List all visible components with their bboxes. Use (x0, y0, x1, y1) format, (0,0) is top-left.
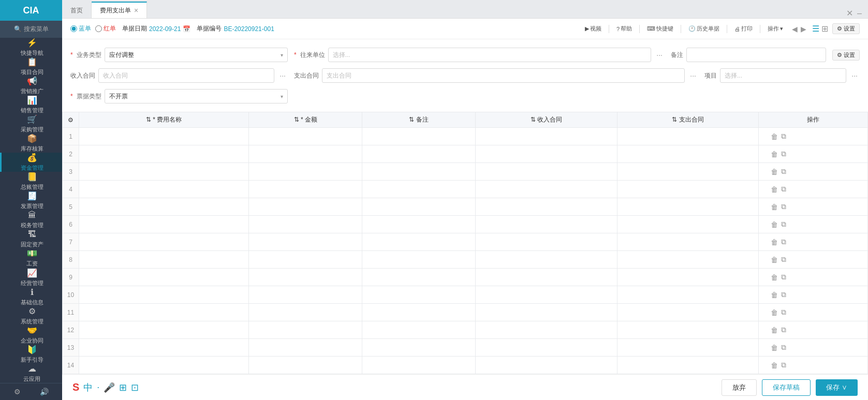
history-btn[interactable]: 🕐 历史单据 (685, 24, 723, 34)
sidebar-item-accounting[interactable]: 📒 总账管理 (0, 172, 62, 191)
radio-blue-input[interactable] (70, 25, 77, 32)
sidebar-item-fixed-assets[interactable]: 🏗 固定资产 (0, 229, 62, 248)
help-btn[interactable]: ? 帮助 (613, 24, 635, 34)
invoice-type-select[interactable]: 不开票 ▾ (105, 89, 288, 103)
income-contract-cell[interactable] (476, 304, 617, 321)
income-contract-cell[interactable] (476, 269, 617, 286)
table-settings-icon[interactable]: ⚙ (68, 116, 73, 124)
income-contract-dots[interactable]: ··· (277, 71, 288, 80)
income-contract-cell[interactable] (476, 357, 617, 374)
income-contract-cell[interactable] (476, 198, 617, 216)
copy-row-icon[interactable]: ⧉ (781, 361, 786, 369)
expense-name-cell[interactable] (79, 286, 249, 304)
window-close-btn[interactable]: ✕ (844, 8, 855, 18)
copy-row-icon[interactable]: ⧉ (781, 273, 786, 282)
radio-blue[interactable]: 蓝单 (70, 24, 91, 33)
amount-cell[interactable] (249, 251, 362, 269)
note-cell[interactable] (362, 198, 476, 216)
delete-row-icon[interactable]: 🗑 (771, 344, 778, 352)
expense-name-cell[interactable] (79, 128, 249, 145)
sidebar-item-cloud[interactable]: ☁ 云应用 (0, 364, 62, 383)
copy-row-icon[interactable]: ⧉ (781, 290, 786, 299)
date-value[interactable]: 2022-09-21 (149, 25, 181, 33)
sidebar-item-inventory[interactable]: 📦 库存核算 (0, 134, 62, 153)
amount-cell[interactable] (249, 233, 362, 251)
print-btn[interactable]: 🖨 打印 (731, 24, 756, 34)
sidebar-item-system[interactable]: ⚙ 系统管理 (0, 306, 62, 325)
window-minimize-btn[interactable]: – (855, 9, 864, 18)
tab-expense-close[interactable]: × (134, 6, 138, 14)
expense-name-cell[interactable] (79, 321, 249, 339)
partner-dots[interactable]: ··· (654, 51, 665, 59)
delete-row-icon[interactable]: 🗑 (771, 185, 778, 194)
delete-row-icon[interactable]: 🗑 (771, 273, 778, 282)
expense-contract-cell[interactable] (617, 339, 759, 357)
amount-cell[interactable] (249, 321, 362, 339)
volume-icon[interactable]: 🔊 (40, 388, 49, 396)
expense-name-cell[interactable] (79, 233, 249, 251)
note-cell[interactable] (362, 233, 476, 251)
th-income-contract[interactable]: ⇅ 收入合同 (476, 112, 617, 128)
amount-cell[interactable] (249, 181, 362, 198)
amount-cell[interactable] (249, 357, 362, 374)
expense-name-cell[interactable] (79, 339, 249, 357)
expense-contract-input[interactable]: 支出合同 (322, 68, 685, 83)
sidebar-item-finance[interactable]: 💰 资金管理 (0, 153, 62, 172)
expense-contract-cell[interactable] (617, 128, 759, 145)
amount-cell[interactable] (249, 198, 362, 216)
grid-icon[interactable]: ⊡ (131, 382, 139, 393)
amount-cell[interactable] (249, 286, 362, 304)
note-cell[interactable] (362, 216, 476, 233)
expense-name-cell[interactable] (79, 198, 249, 216)
sidebar-item-new-guide[interactable]: 🔰 新手引导 (0, 345, 62, 364)
calendar-icon[interactable]: 📅 (183, 25, 190, 33)
shortcut-btn[interactable]: ⌨ 快捷键 (644, 24, 676, 34)
expense-name-cell[interactable] (79, 304, 249, 321)
video-btn[interactable]: ▶ 视频 (582, 24, 605, 34)
settings-button[interactable]: ⚙ 设置 (832, 23, 860, 34)
grid-view-icon[interactable]: ⊞ (821, 24, 828, 34)
th-expense-name[interactable]: ⇅ * 费用名称 (79, 112, 249, 128)
expense-name-cell[interactable] (79, 216, 249, 233)
amount-cell[interactable] (249, 216, 362, 233)
nav-prev-icon[interactable]: ◀ (790, 24, 799, 34)
note-cell[interactable] (362, 163, 476, 181)
delete-row-icon[interactable]: 🗑 (771, 220, 778, 229)
delete-row-icon[interactable]: 🗑 (771, 326, 778, 334)
expense-name-cell[interactable] (79, 181, 249, 198)
income-contract-cell[interactable] (476, 163, 617, 181)
expense-contract-cell[interactable] (617, 181, 759, 198)
amount-cell[interactable] (249, 163, 362, 181)
income-contract-input[interactable]: 收入合同 (98, 68, 274, 83)
note-cell[interactable] (362, 145, 476, 163)
amount-cell[interactable] (249, 304, 362, 321)
project-input[interactable]: 选择... (720, 68, 846, 83)
delete-row-icon[interactable]: 🗑 (771, 308, 778, 317)
copy-row-icon[interactable]: ⧉ (781, 255, 786, 264)
sidebar-search[interactable]: 🔍 搜索菜单 (0, 21, 62, 37)
sidebar-item-project-contract[interactable]: 📋 项目合同 (0, 57, 62, 76)
copy-row-icon[interactable]: ⧉ (781, 185, 786, 194)
delete-row-icon[interactable]: 🗑 (771, 361, 778, 369)
expense-contract-cell[interactable] (617, 286, 759, 304)
discard-button[interactable]: 放弃 (722, 379, 757, 396)
income-contract-cell[interactable] (476, 216, 617, 233)
note-cell[interactable] (362, 321, 476, 339)
income-contract-cell[interactable] (476, 286, 617, 304)
expense-contract-cell[interactable] (617, 233, 759, 251)
form-settings-btn[interactable]: ⚙ 设置 (832, 50, 860, 61)
project-dots[interactable]: ··· (849, 71, 860, 80)
expense-contract-cell[interactable] (617, 357, 759, 374)
settings-bottom-icon[interactable]: ⚙ (14, 388, 21, 396)
expense-name-cell[interactable] (79, 251, 249, 269)
expense-contract-cell[interactable] (617, 321, 759, 339)
copy-row-icon[interactable]: ⧉ (781, 132, 786, 141)
sidebar-item-marketing[interactable]: 📢 营销推广 (0, 76, 62, 95)
zhongwen-icon[interactable]: 中 (83, 381, 93, 394)
sidebar-item-enterprise[interactable]: 🤝 企业协同 (0, 325, 62, 345)
note-cell[interactable] (362, 269, 476, 286)
income-contract-cell[interactable] (476, 321, 617, 339)
save-draft-button[interactable]: 保存草稿 (762, 379, 811, 396)
tab-home[interactable]: 首页 (62, 3, 92, 18)
amount-cell[interactable] (249, 269, 362, 286)
